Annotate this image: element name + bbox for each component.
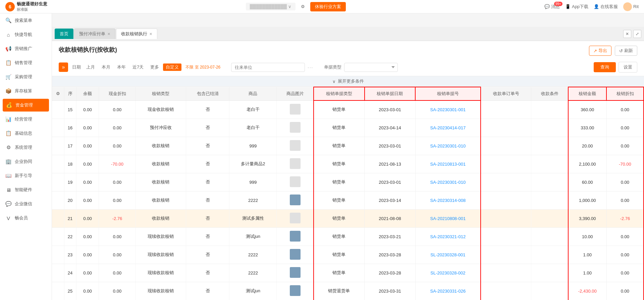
cell-checkbox [52, 264, 64, 282]
sidebar-label-inventory: 库存核算 [15, 88, 32, 94]
bill-no-link[interactable]: SL-20230328-002 [430, 270, 465, 275]
app-icon: 📱 [565, 4, 571, 9]
tab-close-btn[interactable]: ✕ [623, 30, 631, 38]
sidebar-item-purchase[interactable]: 🛒 采购管理 [0, 70, 52, 84]
cell-writeoff-bill-no: SL-20230328-001 [415, 246, 481, 264]
tab-writeoff[interactable]: 收款核销执行 ✕ [116, 29, 157, 39]
bill-no-link[interactable]: SA-20230321-012 [430, 234, 466, 239]
expand-more-bar[interactable]: ∨ 展开更多条件 [52, 76, 644, 87]
cell-include-settled: 否 [186, 173, 229, 191]
col-writeoff-amount: 核销金额 [568, 87, 607, 100]
cell-writeoff-discount: -2.76 [606, 209, 644, 227]
bill-no-link[interactable]: SA-20230414-017 [430, 125, 466, 130]
cell-balance: 0.00 [76, 209, 99, 227]
col-include-settled: 包含已结清 [186, 87, 229, 100]
cell-product: 老白干 [229, 119, 277, 137]
cell-seq: 23 [64, 246, 76, 264]
tab-prepay-close[interactable]: ✕ [107, 32, 110, 36]
expand-btn[interactable]: ∨ 展开更多条件 [332, 78, 364, 84]
cell-checkbox [52, 173, 64, 191]
date-opt-custom[interactable]: 自定义 [163, 63, 181, 71]
sales-icon: 📋 [5, 60, 11, 66]
cell-seq: 17 [64, 137, 76, 155]
product-thumbnail [290, 267, 301, 278]
bill-no-link[interactable]: SL-20230328-001 [430, 252, 465, 257]
sidebar-item-guide[interactable]: 📖 新手引导 [0, 169, 52, 183]
bill-type-select[interactable] [344, 63, 398, 72]
tab-home[interactable]: 首页 [55, 29, 73, 39]
col-product-img: 商品图片 [277, 87, 314, 100]
export-button[interactable]: ↗ 导出 [589, 46, 611, 56]
cell-writeoff-bill-type: 销货单 [314, 246, 365, 264]
cell-cash-discount: 0.00 [99, 227, 136, 246]
sidebar-item-inventory[interactable]: 📦 库存核算 [0, 84, 52, 98]
cell-include-settled: 否 [186, 100, 229, 119]
cell-checkbox [52, 155, 64, 173]
cell-writeoff-bill-date: 2021-08-13 [365, 155, 416, 173]
basic-icon: 📋 [5, 130, 11, 136]
sidebar-item-finance[interactable]: 💰 资金管理 [3, 99, 49, 112]
date-opt-more[interactable]: 更多 [148, 63, 162, 71]
sidebar-item-basic[interactable]: 📋 基础信息 [0, 126, 52, 140]
sidebar-item-corp[interactable]: 🏢 企业协同 [0, 155, 52, 169]
product-thumbnail [290, 195, 301, 205]
bill-no-link[interactable]: SA-20230301-010 [430, 143, 466, 148]
tab-writeoff-close[interactable]: ✕ [149, 32, 152, 36]
refresh-button[interactable]: ↺ 刷新 [615, 46, 637, 56]
tab-bar: 首页 预付冲应付单 ✕ 收款核销执行 ✕ ✕ ⤢ [52, 27, 644, 41]
app-name: 畅捷通谱好生意 [17, 1, 47, 7]
cell-writeoff-amount: 1.00 [568, 264, 607, 282]
col-settings[interactable]: ⚙ [52, 87, 64, 100]
date-opt-this-month[interactable]: 本月 [99, 63, 113, 71]
user-menu[interactable]: Rit [623, 2, 639, 11]
bill-no-link[interactable]: SA-20230331-026 [430, 289, 466, 294]
filter-toggle-button[interactable]: » [59, 62, 68, 72]
sidebar-item-member[interactable]: V 畅会员 [0, 211, 52, 225]
sidebar-item-hardware[interactable]: 🖥 智能硬件 [0, 183, 52, 197]
app-download-button[interactable]: 📱 App下载 [565, 4, 588, 10]
cell-balance: 0.00 [76, 264, 99, 282]
company-selector[interactable]: ████████████ ∨ [246, 3, 296, 10]
purchase-icon: 🛒 [5, 74, 11, 80]
tab-expand-btn[interactable]: ⤢ [633, 30, 641, 38]
sidebar-item-system[interactable]: ⚙ 系统管理 [0, 140, 52, 155]
search-button[interactable]: 查询 [594, 62, 616, 72]
search-icon: 🔍 [5, 17, 11, 24]
cell-balance: 0.00 [76, 227, 99, 246]
tab-prepay[interactable]: 预付冲应付单 ✕ [74, 29, 115, 39]
from-unit-dots: ··· [308, 65, 313, 70]
cell-include-settled: 否 [186, 246, 229, 264]
bill-no-link[interactable]: SA-20210813-001 [430, 162, 466, 167]
date-opt-7days[interactable]: 近7天 [130, 63, 146, 71]
col-receipt-order-no: 收款单订单号 [481, 87, 531, 100]
bill-no-link[interactable]: SA-20230314-008 [430, 198, 466, 203]
cell-writeoff-amount: 1,000.00 [568, 191, 607, 209]
sidebar-item-sales[interactable]: 📋 销售管理 [0, 56, 52, 70]
sidebar-item-business[interactable]: 📊 经营管理 [0, 112, 52, 126]
settings-button[interactable]: 设置 [619, 62, 637, 73]
sidebar-item-wechat[interactable]: 💬 企业微信 [0, 197, 52, 211]
bill-no-link[interactable]: SA-20210808-001 [430, 216, 466, 221]
cell-cash-discount: 0.00 [99, 246, 136, 264]
bill-no-link[interactable]: SA-20230301-001 [430, 107, 466, 112]
date-opt-this-year[interactable]: 本年 [114, 63, 128, 71]
table-row: 15 0.00 0.00 现金收款核销 否 老白干 销货单 2023-03-01… [52, 100, 644, 119]
cell-receipt-condition [531, 209, 568, 227]
cell-product-img [277, 191, 314, 209]
logo-area: 6 畅捷通谱好生意 标准版 [5, 1, 47, 12]
online-service-button[interactable]: 👤 在线客服 [594, 4, 618, 10]
message-button[interactable]: 💬 消息 99+ [544, 4, 560, 10]
date-opt-last-month[interactable]: 上月 [84, 63, 98, 71]
cell-writeoff-bill-date: 2023-03-01 [365, 173, 416, 191]
product-thumbnail [290, 122, 301, 133]
cell-include-settled: 否 [186, 227, 229, 246]
bill-no-link[interactable]: SA-20230301-010 [430, 180, 466, 185]
from-unit-input[interactable] [231, 63, 305, 72]
gear-button[interactable]: ⚙ [298, 2, 308, 11]
sidebar-item-marketing[interactable]: 📢 营销推广 [0, 42, 52, 56]
industry-button[interactable]: 休验行业方案 [310, 2, 346, 11]
cell-writeoff-discount: 0.00 [606, 227, 644, 246]
cell-seq: 19 [64, 173, 76, 191]
sidebar-item-shortcut[interactable]: ⌂ 快捷导航 [0, 28, 52, 42]
sidebar-item-search[interactable]: 🔍 搜索菜单 [0, 13, 52, 28]
